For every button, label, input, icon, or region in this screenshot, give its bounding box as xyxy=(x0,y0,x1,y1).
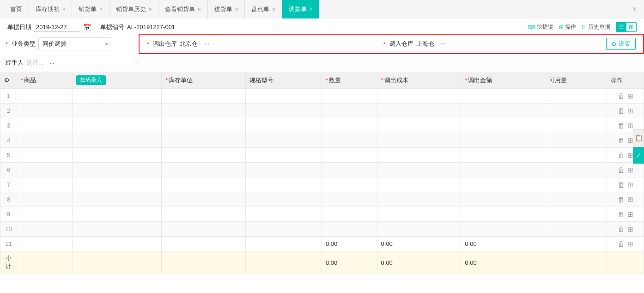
row-copy-icon-3[interactable]: ⊞ xyxy=(627,122,633,130)
row-product-2[interactable] xyxy=(17,104,73,118)
row-delete-icon-8[interactable]: 🗑 xyxy=(618,195,625,203)
row-copy-icon-8[interactable]: ⊞ xyxy=(627,195,633,204)
row-delete-icon[interactable]: 🗑 xyxy=(618,240,625,248)
row-spec-1[interactable] xyxy=(246,89,322,104)
row-amount-7[interactable] xyxy=(461,177,545,192)
row-spec-5[interactable] xyxy=(246,148,322,163)
row-unit-6[interactable] xyxy=(162,163,246,177)
row-spec-2[interactable] xyxy=(246,104,322,118)
row-spec-7[interactable] xyxy=(246,177,322,192)
row-copy-icon-6[interactable]: ⊞ xyxy=(627,166,633,174)
tab-inventory-init[interactable]: 库存期初 × xyxy=(29,0,72,18)
row-qty-9[interactable] xyxy=(322,207,377,222)
row-product-4[interactable] xyxy=(17,133,73,148)
row-delete-icon-6[interactable]: 🗑 xyxy=(618,166,625,174)
close-tab-purchase-order[interactable]: × xyxy=(235,6,238,12)
close-tab-sales-order[interactable]: × xyxy=(99,6,102,12)
row-cost-9[interactable] xyxy=(377,207,461,222)
row-cost-3[interactable] xyxy=(377,118,461,133)
row-copy-icon-1[interactable]: ⊞ xyxy=(627,92,633,100)
row-amount-8[interactable] xyxy=(461,192,545,207)
date-input[interactable] xyxy=(34,23,80,32)
row-delete-icon-9[interactable]: 🗑 xyxy=(618,210,625,218)
row-product-10[interactable] xyxy=(17,222,73,237)
tab-purchase-order[interactable]: 进货单 × xyxy=(208,0,245,18)
row-cost-10[interactable] xyxy=(377,222,461,237)
row-unit-3[interactable] xyxy=(162,118,246,133)
row-qty-1[interactable] xyxy=(322,89,377,104)
row-unit-7[interactable] xyxy=(162,177,246,192)
row-cost-5[interactable] xyxy=(377,148,461,163)
row-spec-6[interactable] xyxy=(246,163,322,177)
close-tab-transfer-order[interactable]: × xyxy=(310,6,312,12)
tab-transfer-order[interactable]: 调拨单 × xyxy=(282,0,319,18)
operation-btn[interactable]: ⊞ 操作 xyxy=(559,23,576,31)
row-product-9[interactable] xyxy=(17,207,73,222)
settings-button[interactable]: ⚙ 设置 xyxy=(606,38,636,50)
row-cost-4[interactable] xyxy=(377,133,461,148)
row-amount-1[interactable] xyxy=(461,89,545,104)
row-product-5[interactable] xyxy=(17,148,73,163)
in-warehouse-ellipsis[interactable]: ··· xyxy=(441,40,445,48)
handler-select[interactable]: 选择... xyxy=(26,59,43,67)
scan-button[interactable]: 扫码录入 xyxy=(76,75,106,85)
row-cost-1[interactable] xyxy=(377,89,461,104)
row-product-8[interactable] xyxy=(17,192,73,207)
gear-icon[interactable]: ⚙ xyxy=(4,77,10,84)
row-copy-icon-7[interactable]: ⊞ xyxy=(627,181,633,189)
row-amount-6[interactable] xyxy=(461,163,545,177)
tab-inventory-count[interactable]: 盘点单 × xyxy=(245,0,282,18)
row-cost-2[interactable] xyxy=(377,104,461,118)
row-product-1[interactable] xyxy=(17,89,73,104)
row-spec-3[interactable] xyxy=(246,118,322,133)
row-unit-5[interactable] xyxy=(162,148,246,163)
row-qty-2[interactable] xyxy=(322,104,377,118)
row-cost-8[interactable] xyxy=(377,192,461,207)
row-copy-icon-9[interactable]: ⊞ xyxy=(627,210,633,219)
close-all-tabs[interactable]: × xyxy=(629,5,640,13)
tab-sales-history[interactable]: 销货单历史 × xyxy=(109,0,158,18)
row-unit-8[interactable] xyxy=(162,192,246,207)
row-unit-9[interactable] xyxy=(162,207,246,222)
row-cost-6[interactable] xyxy=(377,163,461,177)
row-delete-icon-7[interactable]: 🗑 xyxy=(618,181,625,189)
close-tab-inventory-count[interactable]: × xyxy=(272,6,275,12)
row-product-6[interactable] xyxy=(17,163,73,177)
row-spec-4[interactable] xyxy=(246,133,322,148)
float-expand-btn[interactable]: ⤢ xyxy=(633,147,644,164)
calendar-icon[interactable]: 📅 xyxy=(83,24,91,31)
row-cost-7[interactable] xyxy=(377,177,461,192)
business-type-select[interactable]: 同价调拨 ▾ xyxy=(38,37,112,50)
row-delete-icon-3[interactable]: 🗑 xyxy=(618,122,625,129)
row-spec-8[interactable] xyxy=(246,192,322,207)
row-qty-5[interactable] xyxy=(322,148,377,163)
out-warehouse-ellipsis[interactable]: ··· xyxy=(204,40,209,48)
row-spec-9[interactable] xyxy=(246,207,322,222)
close-tab-sales-history[interactable]: × xyxy=(149,6,152,12)
handler-ellipsis[interactable]: ··· xyxy=(50,59,54,67)
close-tab-inventory-init[interactable]: × xyxy=(62,6,65,12)
row-unit-1[interactable] xyxy=(162,89,246,104)
row-qty-7[interactable] xyxy=(322,177,377,192)
close-tab-view-sales[interactable]: × xyxy=(198,6,200,12)
row-product-3[interactable] xyxy=(17,118,73,133)
row-amount-2[interactable] xyxy=(461,104,545,118)
row-copy-icon-4[interactable]: ⊞ xyxy=(627,136,633,145)
view-grid-btn[interactable]: ⊞ xyxy=(626,23,636,31)
th-gear[interactable]: ⚙ xyxy=(0,72,17,89)
row-amount-10[interactable] xyxy=(461,222,545,237)
shortcut-btn[interactable]: ⌨ 快捷键 xyxy=(528,23,553,31)
row-unit-10[interactable] xyxy=(162,222,246,237)
row-copy-icon-5[interactable]: ⊞ xyxy=(627,151,633,159)
row-amount-5[interactable] xyxy=(461,148,545,163)
row-product-7[interactable] xyxy=(17,177,73,192)
row-qty-8[interactable] xyxy=(322,192,377,207)
row-unit-2[interactable] xyxy=(162,104,246,118)
row-delete-icon-4[interactable]: 🗑 xyxy=(618,136,625,144)
history-btn[interactable]: ☑ 历史单据 xyxy=(582,23,610,31)
row-amount-4[interactable] xyxy=(461,133,545,148)
row-unit-4[interactable] xyxy=(162,133,246,148)
row-qty-4[interactable] xyxy=(322,133,377,148)
row-delete-icon-10[interactable]: 🗑 xyxy=(618,225,625,233)
tab-view-sales[interactable]: 查看销货单 × xyxy=(158,0,207,18)
